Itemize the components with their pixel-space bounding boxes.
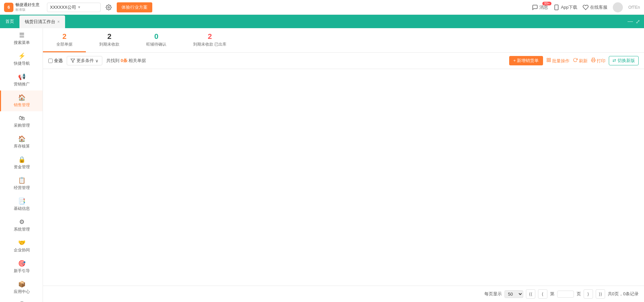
- sidebar-item-marketing[interactable]: 📢 营销推广: [0, 70, 43, 90]
- print-btn[interactable]: 打印: [591, 58, 606, 64]
- total-info: 共0页，0条记录: [608, 291, 639, 297]
- finance-icon: 🔒: [18, 156, 25, 163]
- cooperation-icon: 🤝: [18, 239, 25, 246]
- page-first-btn[interactable]: ⟨⟨: [526, 289, 535, 299]
- sidebar-item-search-menu[interactable]: ☰ 搜索菜单: [0, 28, 43, 49]
- sidebar-item-finance[interactable]: 🔒 资金管理: [0, 153, 43, 173]
- logo-area: 6 畅捷通好生意 标准版: [4, 2, 47, 12]
- toolbar-right: + 新增销货单 批量操作 刷新: [509, 56, 639, 65]
- sidebar-item-cooperation[interactable]: 🤝 企业协同: [0, 236, 43, 256]
- svg-rect-7: [549, 60, 550, 62]
- stat-tab-pending[interactable]: 0 旺辅待确认: [133, 28, 180, 52]
- stat-num-overdue: 2: [107, 32, 111, 41]
- marketing-icon: 📢: [18, 73, 25, 80]
- svg-rect-5: [549, 58, 550, 59]
- stat-tab-overdue[interactable]: 2 到期未收款: [86, 28, 133, 52]
- quick-nav-icon: ⚡: [18, 52, 25, 60]
- stat-label-pending: 旺辅待确认: [146, 42, 166, 47]
- stats-tabs: 2 全部单据 2 到期未收款 0 旺辅待确认 2 到期未收款 已出库: [43, 28, 644, 53]
- sidebar-item-system[interactable]: ⚙ 系统管理: [0, 215, 43, 236]
- sidebar-item-sales[interactable]: 🏠 销售管理: [0, 90, 43, 111]
- tab-active[interactable]: 钱货日清工作台 ×: [19, 15, 65, 28]
- stat-tab-all[interactable]: 2 全部单据: [43, 28, 86, 52]
- refresh-btn[interactable]: 刷新: [573, 58, 588, 64]
- tab-bar-right: — ⤢: [628, 18, 644, 25]
- stat-label-overdue: 到期未收款: [99, 42, 119, 47]
- system-icon: ⚙: [19, 218, 24, 226]
- svg-rect-6: [547, 60, 548, 62]
- avatar[interactable]: [613, 2, 623, 12]
- page-size-label: 每页显示: [484, 291, 502, 297]
- sidebar-item-base-info[interactable]: 📑 基础信息: [0, 194, 43, 215]
- batch-btn[interactable]: 批量操作: [546, 58, 570, 64]
- tab-close-btn[interactable]: ×: [57, 19, 60, 24]
- tab-minimize-btn[interactable]: —: [628, 18, 633, 24]
- company-name: XXXXXX公司: [50, 4, 76, 10]
- page-next-btn[interactable]: ⟩: [584, 289, 593, 299]
- page-prev-btn[interactable]: ⟨: [538, 289, 547, 299]
- sidebar-item-wechat[interactable]: 💬 企业微信: [0, 298, 43, 302]
- tab-expand-btn[interactable]: ⤢: [636, 18, 640, 25]
- message-item[interactable]: 消息 99+: [532, 4, 548, 10]
- sidebar-item-quick-nav[interactable]: ⚡ 快捷导航: [0, 49, 43, 70]
- base-info-icon: 📑: [18, 197, 25, 205]
- purchase-icon: 🛍: [19, 115, 25, 122]
- sidebar-item-guide[interactable]: 🎯 新手引导: [0, 256, 43, 277]
- app-center-icon: 📦: [18, 281, 25, 288]
- app-name: 畅捷通好生意: [15, 2, 40, 8]
- sidebar-item-inventory[interactable]: 🏠 库存核算: [0, 132, 43, 153]
- page-input[interactable]: 1: [557, 291, 574, 298]
- tab-bar: 首页 钱货日清工作台 × — ⤢: [0, 15, 644, 28]
- sidebar-item-app-center[interactable]: 📦 应用中心: [0, 277, 43, 298]
- toolbar: 全选 更多条件 ∨ 共找到 0条 相关单据 + 新增销货单: [43, 53, 644, 69]
- stat-num-all: 2: [62, 32, 66, 41]
- experience-btn[interactable]: 体验行业方案: [117, 2, 152, 12]
- sidebar-item-purchase[interactable]: 🛍 采购管理: [0, 111, 43, 132]
- found-count: 0条: [121, 58, 127, 63]
- print-icon: [591, 58, 596, 62]
- svg-rect-1: [555, 5, 558, 10]
- search-menu-icon: ☰: [19, 32, 24, 39]
- inventory-icon: 🏠: [18, 135, 25, 142]
- page-size-select[interactable]: 20 50 100: [504, 290, 523, 298]
- guide-icon: 🎯: [18, 260, 25, 267]
- operations-icon: 📋: [18, 177, 25, 184]
- online-service-label: 在线客服: [590, 4, 607, 10]
- online-service-item[interactable]: 在线客服: [583, 4, 607, 10]
- stat-num-overdue-out: 2: [208, 32, 212, 41]
- filter-btn[interactable]: 更多条件 ∨: [67, 56, 102, 65]
- svg-marker-3: [71, 59, 75, 63]
- company-selector[interactable]: XXXXXX公司 ▼: [47, 3, 101, 12]
- app-download-label: App下载: [561, 4, 577, 10]
- page-label: 第: [550, 291, 554, 297]
- main-layout: ☰ 搜索菜单 ⚡ 快捷导航 📢 营销推广 🏠 销售管理 🛍 采购管理 🏠 库存核…: [0, 28, 644, 302]
- svg-point-0: [108, 6, 110, 8]
- select-all-input[interactable]: [48, 59, 53, 63]
- sidebar-item-operations[interactable]: 📋 经营管理: [0, 173, 43, 194]
- header-right: 消息 99+ App下载 在线客服 OfTEn: [532, 2, 640, 12]
- user-name: OfTEn: [628, 5, 640, 10]
- stat-tab-overdue-out[interactable]: 2 到期未收款 已出库: [180, 28, 240, 52]
- chevron-down-icon: ▼: [77, 5, 81, 9]
- select-all-checkbox[interactable]: 全选: [48, 58, 63, 64]
- stat-num-pending: 0: [154, 32, 158, 41]
- top-header: 6 畅捷通好生意 标准版 XXXXXX公司 ▼ 体验行业方案 消息 99+: [0, 0, 644, 15]
- page-last-btn[interactable]: ⟩⟩: [596, 289, 605, 299]
- message-badge: 99+: [542, 2, 551, 5]
- switch-new-btn[interactable]: ⇄ 切换新版: [609, 56, 639, 65]
- stat-label-all: 全部单据: [56, 42, 72, 47]
- table-area: [43, 69, 644, 286]
- refresh-icon: [573, 58, 578, 62]
- svg-rect-8: [592, 60, 594, 62]
- app-download-item[interactable]: App下载: [553, 4, 577, 10]
- content-area: 2 全部单据 2 到期未收款 0 旺辅待确认 2 到期未收款 已出库 全选: [43, 28, 644, 302]
- batch-icon: [546, 58, 551, 62]
- tab-home[interactable]: 首页: [0, 15, 19, 28]
- pagination-bar: 每页显示 20 50 100 ⟨⟨ ⟨ 第 1 页 ⟩ ⟩⟩ 共0页，0条记录: [43, 286, 644, 302]
- svg-rect-4: [547, 58, 548, 59]
- settings-button[interactable]: [103, 2, 114, 13]
- add-sales-btn[interactable]: + 新增销货单: [509, 56, 543, 65]
- stat-label-overdue-out: 到期未收款 已出库: [193, 42, 226, 47]
- app-badge: 标准版: [15, 7, 40, 12]
- switch-icon: ⇄: [612, 58, 618, 63]
